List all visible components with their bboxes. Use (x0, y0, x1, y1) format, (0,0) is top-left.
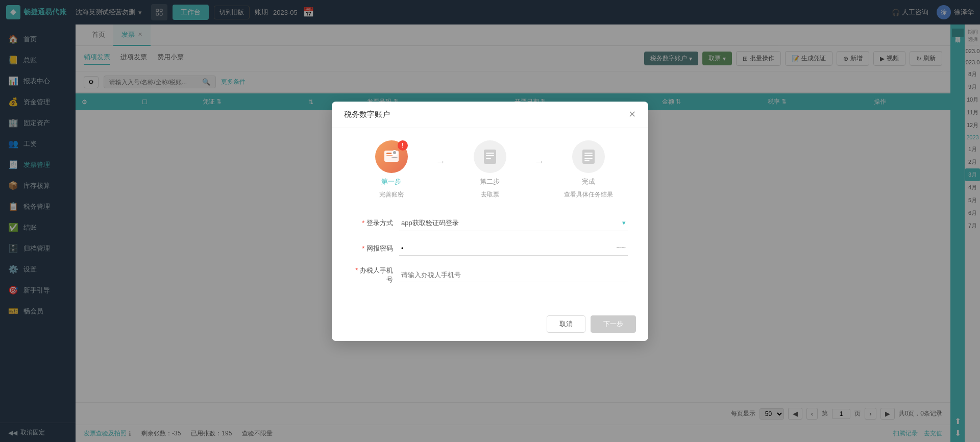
step-arrow-2: → (529, 156, 550, 167)
step-1-title: 第一步 (381, 177, 401, 186)
password-label: * 网报密码 (352, 244, 393, 253)
modal-footer: 取消 下一步 (332, 307, 648, 341)
svg-rect-15 (584, 153, 593, 154)
svg-rect-13 (486, 158, 491, 159)
form-row-login-method: * 登录方式 app获取验证码登录 ▾ (352, 215, 628, 231)
svg-rect-12 (486, 155, 494, 156)
modal-overlay[interactable]: 税务数字账户 ✕ ! (0, 0, 980, 442)
step-1-svg (382, 148, 401, 166)
login-method-label: * 登录方式 (352, 218, 393, 228)
form-row-phone: * 办税人手机号 (352, 266, 628, 284)
step-2: 第二步 去取票 (451, 140, 529, 199)
step-3: 完成 查看具体任务结果 (550, 140, 628, 199)
phone-input[interactable] (399, 268, 628, 282)
password-toggle-icon[interactable]: ~~ (614, 243, 628, 253)
step-2-svg (481, 148, 499, 166)
step-2-title: 第二步 (480, 177, 500, 186)
password-input[interactable] (399, 241, 614, 255)
step-1-icon-wrap: ! (375, 140, 408, 173)
svg-rect-14 (582, 150, 595, 164)
step-1: ! 第一步 完善账密 (352, 140, 430, 199)
step-3-icon-wrap (572, 140, 605, 173)
form-row-password: * 网报密码 ~~ (352, 241, 628, 256)
phone-label: * 办税人手机号 (352, 266, 393, 284)
modal-header: 税务数字账户 ✕ (332, 102, 648, 128)
modal-title: 税务数字账户 (344, 110, 390, 119)
step-arrow-1: → (430, 156, 451, 167)
required-mark-3: * (355, 266, 358, 274)
svg-rect-11 (486, 153, 494, 154)
svg-rect-18 (584, 160, 590, 161)
steps: ! 第一步 完善账密 → 第 (352, 140, 628, 199)
svg-rect-10 (484, 150, 496, 164)
svg-rect-16 (584, 155, 593, 156)
required-mark-1: * (362, 219, 364, 227)
modal-body: ! 第一步 完善账密 → 第 (332, 128, 648, 307)
step-1-badge: ! (398, 140, 408, 151)
cancel-button[interactable]: 取消 (547, 315, 585, 333)
step-3-svg (579, 148, 598, 166)
login-method-chevron-icon: ▾ (622, 219, 626, 227)
step-1-subtitle: 完善账密 (379, 190, 404, 199)
svg-rect-17 (584, 158, 593, 159)
next-button[interactable]: 下一步 (591, 315, 636, 333)
modal-close-button[interactable]: ✕ (628, 110, 636, 119)
step-2-subtitle: 去取票 (481, 190, 499, 199)
modal: 税务数字账户 ✕ ! (332, 102, 648, 341)
svg-point-9 (393, 151, 396, 154)
login-method-value: app获取验证码登录 (401, 218, 459, 228)
step-3-title: 完成 (582, 177, 595, 186)
required-mark-2: * (362, 244, 364, 252)
password-wrap: ~~ (399, 241, 628, 256)
login-method-select[interactable]: app获取验证码登录 ▾ (399, 215, 628, 231)
step-2-icon-wrap (474, 140, 506, 173)
step-3-subtitle: 查看具体任务结果 (564, 190, 613, 199)
